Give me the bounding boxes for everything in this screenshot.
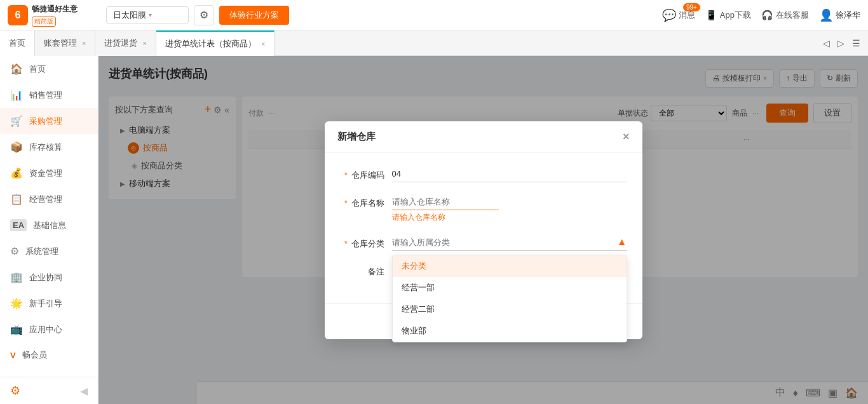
tab-home[interactable]: 首页 <box>0 30 35 56</box>
system-icon: ⚙ <box>10 245 19 257</box>
sidebar-item-system[interactable]: ⚙ 系统管理 <box>0 238 98 264</box>
category-toggle-icon[interactable]: ▲ <box>617 236 627 248</box>
user-avatar[interactable]: 👤 徐泽华 <box>819 8 860 22</box>
chevron-down-icon: ▾ <box>149 11 152 18</box>
tab-menu-icon[interactable]: ☰ <box>850 37 863 50</box>
dropdown-option-dept3[interactable]: 物业部 <box>393 320 627 342</box>
sidebar-item-basic[interactable]: EA 基础信息 <box>0 212 98 238</box>
category-label: * 仓库分类 <box>340 234 384 250</box>
remarks-label: 备注 <box>340 262 384 278</box>
sidebar-bottom: ⚙ ◀ <box>0 377 98 404</box>
sidebar-item-sales[interactable]: 📊 销售管理 <box>0 82 98 108</box>
category-input[interactable] <box>392 234 617 250</box>
member-icon: V <box>10 351 16 360</box>
sidebar-item-guide[interactable]: 🌟 新手引导 <box>0 290 98 316</box>
name-input[interactable] <box>392 194 499 210</box>
header-middle: 日太阳膜 ▾ ⚙ 体验行业方案 <box>106 5 662 25</box>
sidebar-collapse-icon[interactable]: ◀ <box>80 385 88 397</box>
form-row-name: * 仓库名称 请输入仓库名称 <box>340 194 627 223</box>
guide-icon: 🌟 <box>10 297 23 309</box>
messages-button[interactable]: 💬 消息 99+ <box>662 8 695 22</box>
sales-icon: 📊 <box>10 89 23 101</box>
dropdown-option-dept1[interactable]: 经营一部 <box>393 277 627 299</box>
tab-next-icon[interactable]: ▷ <box>835 37 847 50</box>
home-icon: 🏠 <box>10 63 23 75</box>
sidebar-item-capital[interactable]: 💰 资金管理 <box>0 160 98 186</box>
enterprise-icon: 🏢 <box>10 271 23 283</box>
home-tab-label: 首页 <box>9 37 25 49</box>
code-label: * 仓库编码 <box>340 166 384 181</box>
sidebar-item-home[interactable]: 🏠 首页 <box>0 56 98 82</box>
logo-icon: 6 <box>8 5 28 25</box>
name-label: * 仓库名称 <box>340 194 384 209</box>
add-warehouse-modal: 新增仓库 × * 仓库编码 <box>325 121 642 339</box>
app-download-button[interactable]: 📱 App下载 <box>705 10 751 21</box>
basic-icon: EA <box>10 219 27 231</box>
modal-body: * 仓库编码 * 仓库名称 <box>325 153 642 303</box>
form-row-code: * 仓库编码 <box>340 166 627 182</box>
sidebar-settings-icon[interactable]: ⚙ <box>10 384 20 398</box>
tab-account-close[interactable]: × <box>82 39 86 47</box>
main-layout: 🏠 首页 📊 销售管理 🛒 采购管理 📦 库存核算 💰 资金管理 📋 经营管理 … <box>0 56 868 404</box>
sidebar-item-enterprise[interactable]: 🏢 企业协同 <box>0 264 98 290</box>
tab-purchase-return[interactable]: 进货退货 × <box>95 30 156 56</box>
name-error-msg: 请输入仓库名称 <box>392 212 499 223</box>
modal-close-button[interactable]: × <box>623 130 630 144</box>
sidebar-item-member[interactable]: V 畅会员 <box>0 342 98 368</box>
name-field-wrap: 请输入仓库名称 <box>392 194 499 223</box>
category-wrap: ▲ 未分类 经营一部 经营二部 物业部 <box>392 234 627 251</box>
trial-button[interactable]: 体验行业方案 <box>219 6 289 25</box>
sidebar-item-apps[interactable]: 📺 应用中心 <box>0 316 98 342</box>
category-input-row: ▲ <box>392 234 627 251</box>
header-right: 💬 消息 99+ 📱 App下载 🎧 在线客服 👤 徐泽华 <box>662 8 860 22</box>
operations-icon: 📋 <box>10 193 23 205</box>
purchase-icon: 🛒 <box>10 115 23 127</box>
content-area: 进货单统计(按商品) 🖨 按模板打印 ▾ ↑ 导出 ↻ 刷新 <box>98 56 868 404</box>
sidebar-item-inventory[interactable]: 📦 库存核算 <box>0 134 98 160</box>
store-selector[interactable]: 日太阳膜 ▾ <box>106 6 189 24</box>
apps-icon: 📺 <box>10 323 23 335</box>
tab-prev-icon[interactable]: ◁ <box>820 37 832 50</box>
code-input[interactable] <box>392 166 627 182</box>
tab-purchase-summary[interactable]: 进货单统计表（按商品） × <box>156 30 275 56</box>
online-service-button[interactable]: 🎧 在线客服 <box>761 10 809 21</box>
tab-purchase-summary-close[interactable]: × <box>261 40 265 48</box>
dropdown-option-none[interactable]: 未分类 <box>393 255 627 277</box>
form-row-category: * 仓库分类 ▲ 未分类 经营一部 经 <box>340 234 627 251</box>
tab-controls: ◁ ▷ ☰ <box>815 37 868 50</box>
sidebar: 🏠 首页 📊 销售管理 🛒 采购管理 📦 库存核算 💰 资金管理 📋 经营管理 … <box>0 56 98 404</box>
sidebar-item-operations[interactable]: 📋 经营管理 <box>0 186 98 212</box>
modal-overlay: 新增仓库 × * 仓库编码 <box>98 56 868 404</box>
inventory-icon: 📦 <box>10 141 23 153</box>
tab-account[interactable]: 账套管理 × <box>35 30 95 56</box>
capital-icon: 💰 <box>10 167 23 179</box>
settings-icon[interactable]: ⚙ <box>194 5 214 25</box>
modal-header: 新增仓库 × <box>325 121 642 153</box>
tabs-bar: 首页 账套管理 × 进货退货 × 进货单统计表（按商品） × ◁ ▷ ☰ <box>0 30 868 56</box>
message-badge: 99+ <box>683 3 700 11</box>
top-header: 6 畅捷通好生意 精简版 日太阳膜 ▾ ⚙ 体验行业方案 💬 消息 99+ 📱 … <box>0 0 868 30</box>
dropdown-option-dept2[interactable]: 经营二部 <box>393 299 627 320</box>
modal-title: 新增仓库 <box>337 131 376 143</box>
category-dropdown: 未分类 经营一部 经营二部 物业部 <box>392 255 627 342</box>
logo-area: 6 畅捷通好生意 精简版 <box>8 4 106 27</box>
tab-purchase-return-close[interactable]: × <box>142 39 146 47</box>
logo-text: 畅捷通好生意 精简版 <box>32 4 78 27</box>
sidebar-item-purchase[interactable]: 🛒 采购管理 <box>0 108 98 134</box>
